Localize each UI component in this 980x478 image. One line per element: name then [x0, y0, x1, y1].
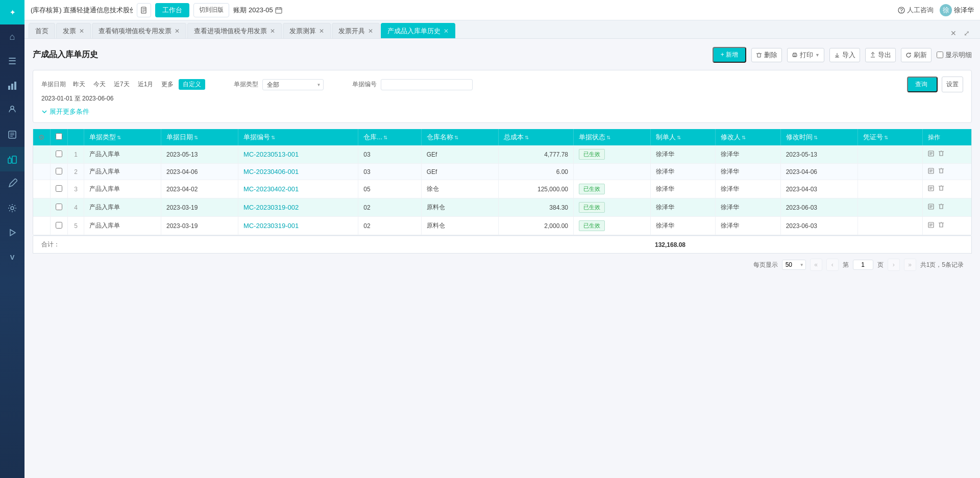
prev-page-btn[interactable]: ‹: [826, 259, 839, 271]
query-button[interactable]: 查询: [907, 77, 938, 92]
row-checkbox[interactable]: [56, 204, 62, 210]
last-page-btn[interactable]: »: [904, 259, 916, 271]
col-status[interactable]: 单据状态⇅: [574, 129, 651, 145]
prev-period-button[interactable]: 切到旧版: [193, 3, 229, 17]
per-page-select[interactable]: 20 50 100: [782, 260, 806, 270]
col-type[interactable]: 单据类型⇅: [84, 129, 161, 145]
tab-product-history[interactable]: 产成品入库单历史 ✕: [381, 23, 455, 38]
filter-more-btn[interactable]: 更多: [158, 79, 177, 90]
row-delete-icon[interactable]: [938, 185, 944, 193]
col-checkbox[interactable]: [51, 129, 68, 145]
row-checkbox-cell[interactable]: [51, 217, 68, 235]
tab-invoice-calc[interactable]: 发票测算 ✕: [283, 23, 331, 38]
col-settings[interactable]: ⚙: [33, 129, 51, 145]
row-edit-icon[interactable]: [928, 203, 935, 212]
col-number[interactable]: 单据编号⇅: [238, 129, 358, 145]
col-modify-time[interactable]: 修改时间⇅: [780, 129, 857, 145]
row-number-cell[interactable]: MC-20230319-002: [238, 198, 358, 217]
period-selector[interactable]: 账期 2023-05: [233, 6, 282, 15]
col-creator[interactable]: 制单人⇅: [651, 129, 716, 145]
support-btn[interactable]: 人工咨询: [898, 6, 934, 15]
document-icon-btn[interactable]: [137, 3, 151, 17]
filter-7days-btn[interactable]: 近7天: [111, 79, 133, 90]
filter-expand-btn[interactable]: 展开更多条件: [41, 107, 963, 116]
tab-check-purchase-close[interactable]: ✕: [270, 28, 275, 35]
display-toggle[interactable]: 显示明细: [937, 51, 972, 60]
col-warehouse-code[interactable]: 仓库...⇅: [358, 129, 421, 145]
display-toggle-checkbox[interactable]: [937, 52, 943, 58]
page-input[interactable]: [853, 260, 873, 270]
tab-maximize-btn[interactable]: ⤢: [962, 28, 972, 38]
sidebar-item-stamp[interactable]: [0, 171, 24, 196]
row-checkbox[interactable]: [56, 150, 62, 157]
row-delete-icon[interactable]: [938, 203, 944, 212]
row-checkbox[interactable]: [56, 168, 62, 174]
tab-product-history-close[interactable]: ✕: [444, 28, 449, 35]
row-number-link[interactable]: MC-20230319-002: [243, 204, 299, 211]
tab-invoice[interactable]: 发票 ✕: [56, 23, 91, 38]
row-number-link[interactable]: MC-20230319-001: [243, 222, 299, 230]
next-page-btn[interactable]: ›: [888, 259, 900, 271]
sidebar-item-invoice[interactable]: [0, 122, 24, 147]
row-checkbox[interactable]: [56, 185, 62, 192]
sidebar-item-video[interactable]: [0, 220, 24, 245]
filter-type-select[interactable]: 全部 产品入库单: [262, 79, 324, 90]
filter-settings-button[interactable]: 设置: [942, 77, 963, 92]
settings-gear-icon[interactable]: ⚙: [38, 133, 45, 141]
row-number-link[interactable]: MC-20230406-001: [243, 168, 299, 175]
new-button[interactable]: + 新增: [713, 47, 746, 63]
print-button[interactable]: 打印 ▼: [787, 48, 824, 62]
sidebar-item-data[interactable]: [0, 98, 24, 122]
row-checkbox-cell[interactable]: [51, 145, 68, 164]
tab-invoice-calc-close[interactable]: ✕: [319, 28, 324, 35]
row-delete-icon[interactable]: [938, 167, 944, 176]
row-number-link[interactable]: MC-20230402-001: [243, 185, 299, 193]
filter-number-input[interactable]: [381, 79, 473, 90]
row-edit-icon[interactable]: [928, 185, 935, 193]
import-button[interactable]: 导入: [829, 48, 860, 62]
tab-check-sales[interactable]: 查看销项增值税专用发票 ✕: [92, 23, 186, 38]
tab-invoice-open-close[interactable]: ✕: [368, 28, 373, 35]
sidebar-item-menu[interactable]: ☰: [0, 49, 24, 73]
col-modifier[interactable]: 修改人⇅: [716, 129, 780, 145]
sidebar-item-production[interactable]: [0, 147, 24, 171]
sidebar-item-settings[interactable]: [0, 196, 24, 220]
col-voucher[interactable]: 凭证号⇅: [857, 129, 922, 145]
filter-1month-btn[interactable]: 近1月: [135, 79, 157, 90]
tab-close-all-btn[interactable]: ✕: [948, 28, 959, 38]
export-button[interactable]: 导出: [865, 48, 896, 62]
row-number-cell[interactable]: MC-20230319-001: [238, 217, 358, 235]
row-edit-icon[interactable]: [928, 150, 935, 159]
row-delete-icon[interactable]: [938, 150, 944, 159]
row-edit-icon[interactable]: [928, 167, 935, 176]
row-number-cell[interactable]: MC-20230513-001: [238, 145, 358, 164]
filter-yesterday-btn[interactable]: 昨天: [70, 79, 88, 90]
refresh-button[interactable]: 刷新: [901, 48, 932, 62]
first-page-btn[interactable]: «: [810, 259, 822, 271]
tab-home[interactable]: 首页: [29, 23, 55, 38]
row-checkbox[interactable]: [56, 222, 62, 229]
tab-check-purchase[interactable]: 查看进项增值税专用发票 ✕: [187, 23, 282, 38]
delete-button[interactable]: 删除: [751, 48, 782, 62]
row-number-link[interactable]: MC-20230513-001: [243, 150, 299, 158]
row-delete-icon[interactable]: [938, 221, 944, 230]
sidebar-item-version[interactable]: V: [0, 245, 24, 269]
row-number-cell[interactable]: MC-20230402-001: [238, 180, 358, 198]
row-edit-icon[interactable]: [928, 221, 935, 230]
user-menu[interactable]: 徐 徐泽华: [940, 4, 974, 16]
col-date[interactable]: 单据日期⇅: [161, 129, 238, 145]
select-all-checkbox[interactable]: [56, 133, 62, 140]
row-number-cell[interactable]: MC-20230406-001: [238, 164, 358, 180]
tab-invoice-close[interactable]: ✕: [79, 28, 84, 35]
tab-invoice-open[interactable]: 发票开具 ✕: [332, 23, 380, 38]
filter-today-btn[interactable]: 今天: [90, 79, 109, 90]
col-warehouse-name[interactable]: 仓库名称⇅: [421, 129, 498, 145]
col-total-cost[interactable]: 总成本⇅: [498, 129, 573, 145]
workbench-button[interactable]: 工作台: [155, 3, 189, 17]
tab-check-sales-close[interactable]: ✕: [175, 28, 180, 35]
sidebar-item-home[interactable]: ⌂: [0, 24, 24, 49]
row-checkbox-cell[interactable]: [51, 180, 68, 198]
row-checkbox-cell[interactable]: [51, 164, 68, 180]
company-selector[interactable]: (库存核算) 直播轻捷通信息技术股份... ▼: [31, 6, 133, 15]
filter-custom-btn[interactable]: 自定义: [179, 79, 205, 90]
